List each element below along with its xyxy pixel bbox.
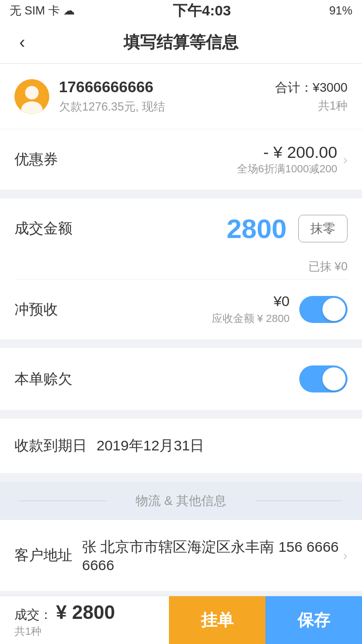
deal-amount: 2800 [226,213,287,244]
status-right: 91% [329,4,352,17]
save-button[interactable]: 保存 [265,596,362,644]
battery-label: 91% [329,4,352,17]
coupon-desc: 全场6折满1000减200 [237,162,337,176]
bottom-info: 成交： ¥ 2800 共1种 [0,596,169,644]
total-count: 共1种 [275,98,348,113]
customer-info: 17666666666 欠款1276.35元, 现结 [59,78,165,114]
deal-row: 成交金额 2800 抹零 [14,198,348,259]
chevron-right-icon: › [343,548,348,563]
deal-sub: 已抹 ¥0 [14,259,348,279]
deal-section: 成交金额 2800 抹零 已抹 ¥0 冲预收 ¥0 应收金额 ¥ 2800 [0,198,362,339]
precharge-amount-col: ¥0 应收金额 ¥ 2800 [212,293,290,326]
credit-label: 本单赊欠 [14,369,72,389]
coupon-right: - ¥ 200.00 全场6折满1000减200 › [237,143,348,176]
customer-row: 17666666666 欠款1276.35元, 现结 合计：¥3000 共1种 [0,64,362,129]
precharge-sub: 应收金额 ¥ 2800 [212,311,290,326]
status-bar: 无 SIM 卡 ☁ 下午4:03 91% [0,0,362,21]
bottom-bar: 成交： ¥ 2800 共1种 挂单 保存 [0,596,362,644]
status-left: 无 SIM 卡 ☁ [10,3,75,18]
back-button[interactable]: ‹ [14,28,30,57]
precharge-toggle[interactable] [299,296,348,323]
address-row[interactable]: 客户地址 张 北京市市辖区海淀区永丰南 156 6666 6666 › [14,520,348,591]
bottom-deal-row: 成交： ¥ 2800 [14,602,154,623]
divider-section: 物流 & 其他信息 [0,482,362,520]
bottom-count: 共1种 [14,624,154,639]
customer-debt: 欠款1276.35元, 现结 [59,99,165,114]
address-value: 张 北京市市辖区海淀区永丰南 156 6666 6666 [82,537,343,574]
avatar [14,79,49,114]
coupon-label: 优惠券 [14,150,58,169]
customer-phone: 17666666666 [59,78,165,96]
coupon-discount: - ¥ 200.00 [237,143,337,162]
address-section: 客户地址 张 北京市市辖区海淀区永丰南 156 6666 6666 › [0,520,362,591]
divider-line: 物流 & 其他信息 [0,492,362,509]
page-title: 填写结算等信息 [124,31,238,54]
hang-button[interactable]: 挂单 [169,596,265,644]
precharge-amount: ¥0 [212,293,290,309]
precharge-right: ¥0 应收金额 ¥ 2800 [212,293,348,326]
customer-left: 17666666666 欠款1276.35元, 现结 [14,78,165,114]
precharge-label: 冲预收 [14,300,58,320]
coupon-row[interactable]: 优惠券 - ¥ 200.00 全场6折满1000减200 › [0,129,362,190]
address-label: 客户地址 [14,546,72,565]
precharge-row: 冲预收 ¥0 应收金额 ¥ 2800 [14,279,348,339]
credit-section: 本单赊欠 [0,348,362,410]
credit-toggle[interactable] [299,365,348,392]
customer-right: 合计：¥3000 共1种 [275,79,348,113]
status-time: 下午4:03 [173,1,231,21]
duedate-section: 收款到期日 2019年12月31日 [0,419,362,473]
svg-point-1 [25,86,39,99]
credit-row: 本单赊欠 [14,348,348,410]
nav-bar: ‹ 填写结算等信息 [0,21,362,64]
deal-right: 2800 抹零 [226,213,348,244]
divider-text: 物流 & 其他信息 [136,492,226,509]
duedate-row: 收款到期日 2019年12月31日 [14,419,348,473]
total-label: 合计：¥3000 [275,79,348,96]
round-button[interactable]: 抹零 [298,215,348,242]
duedate-value: 2019年12月31日 [97,436,204,456]
bottom-deal-amount: ¥ 2800 [56,602,115,623]
deal-label: 成交金额 [14,219,72,238]
duedate-label: 收款到期日 [14,436,87,456]
bottom-deal-label: 成交： [14,606,52,623]
chevron-right-icon: › [343,152,348,168]
sim-label: 无 SIM 卡 ☁ [10,3,75,18]
customer-section: 17666666666 欠款1276.35元, 现结 合计：¥3000 共1种 … [0,64,362,190]
